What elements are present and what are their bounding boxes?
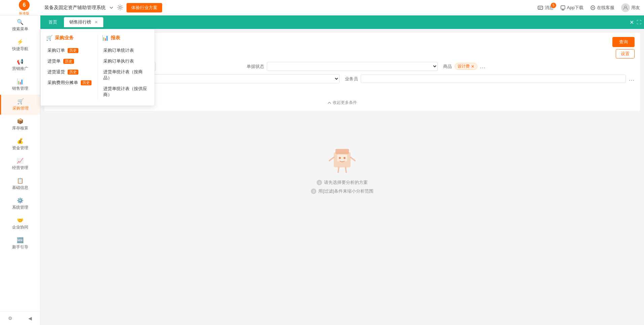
svg-point-16 [344, 157, 346, 159]
setup-button[interactable]: 设置 [616, 49, 635, 58]
collapse-up-icon [327, 101, 331, 105]
query-button[interactable]: 查询 [612, 37, 635, 47]
tab-sales-rank[interactable]: 销售排行榜 ✕ [64, 17, 103, 27]
dropdown-arrow-icon[interactable] [108, 5, 114, 11]
online-service-btn[interactable]: 在线客服 [590, 5, 614, 11]
inventory-icon: 📦 [17, 118, 24, 124]
tab-maximize-icon[interactable]: ⛶ [637, 19, 641, 25]
dropdown-col-purchase: 🛒 采购业务 采购订单 历史 进货单 历史 进货退货 历史 采购费用分摊单 历史 [46, 35, 94, 100]
online-service-label: 在线客服 [597, 5, 614, 11]
sidebar-item-inventory[interactable]: 📦 库存核算 [0, 115, 40, 134]
sidebar-collapse-btn[interactable]: ◀ [28, 316, 32, 321]
sidebar-bottom: ⚙ ◀ [0, 311, 40, 325]
empty-state: ① 请先选择要分析的方案 ② 用[过滤]条件来缩小分析范围 [44, 114, 640, 221]
tab-close-all-icon[interactable]: ✕ [630, 19, 634, 26]
svg-point-0 [119, 6, 121, 8]
sidebar: 🔍 搜索菜单 ⚡ 快捷导航 📢 营销推广 📊 销售管理 🛒 采购管理 📦 库存核… [0, 15, 40, 325]
salesman-label: 业务员 [345, 76, 358, 82]
dropdown-col-report: 📊 报表 采购订单统计表 采购订单执行表 进货单统计表（按商品） 进货单统计表（… [102, 35, 149, 100]
dropdown-item-goods-receipt[interactable]: 进货单 历史 [46, 56, 94, 67]
dropdown-item-report-order-stat[interactable]: 采购订单统计表 [102, 45, 149, 56]
operations-icon: 📈 [17, 158, 24, 164]
logo-icon: 6 [19, 0, 30, 10]
tab-close-icon[interactable]: ✕ [95, 20, 98, 25]
logo-area: 6 标准版 [4, 0, 44, 16]
goods-tag: 设计费 ✕ [455, 63, 477, 70]
goods-label: 商品 [443, 64, 452, 70]
salesman-more-icon[interactable]: … [629, 75, 635, 82]
history-badge-1: 历史 [63, 59, 74, 64]
goods-more-icon[interactable]: … [479, 63, 486, 70]
order-status-select[interactable] [267, 62, 438, 71]
settings-icon[interactable] [117, 4, 124, 11]
dropdown-item-purchase-order[interactable]: 采购订单 历史 [46, 45, 94, 56]
salesman-input[interactable] [361, 75, 626, 83]
finance-icon: 💰 [17, 138, 24, 144]
svg-rect-14 [337, 155, 347, 161]
history-badge-3: 历史 [81, 80, 92, 85]
query-actions: 查询 设置 [612, 37, 635, 58]
dropdown-col-purchase-title: 🛒 采购业务 [46, 35, 94, 41]
hint-bullet-2: ② [311, 189, 316, 194]
app-download-btn[interactable]: App下载 [560, 5, 583, 11]
tab-home[interactable]: 首页 [43, 17, 63, 27]
svg-line-20 [346, 167, 346, 172]
goods-tag-close-icon[interactable]: ✕ [471, 64, 474, 69]
svg-point-5 [593, 7, 594, 8]
order-status-label: 单据状态 [247, 64, 264, 70]
newbie-icon: 🆕 [17, 237, 24, 243]
dropdown-right-icon: 📊 [102, 35, 109, 41]
sidebar-item-newbie[interactable]: 🆕 新手引导 [0, 234, 40, 253]
svg-rect-2 [561, 6, 565, 9]
app-download-label: App下载 [567, 5, 583, 11]
sidebar-item-basic-info[interactable]: 📋 基础信息 [0, 174, 40, 194]
sidebar-item-operations[interactable]: 📈 经营管理 [0, 154, 40, 174]
purchase-dropdown-menu: 🛒 采购业务 采购订单 历史 进货单 历史 进货退货 历史 采购费用分摊单 历史 [40, 29, 155, 106]
app-title-area: 装备及固定资产辅助管理系统 体验行业方案 [44, 3, 537, 12]
sales-icon: 📊 [17, 78, 24, 85]
sidebar-item-sales[interactable]: 📊 销售管理 [0, 75, 40, 95]
top-bar: 6 标准版 装备及固定资产辅助管理系统 体验行业方案 消息 5 App下载 在线… [0, 0, 644, 15]
enterprise-icon: 🤝 [17, 217, 24, 224]
dropdown-item-purchase-fee[interactable]: 采购费用分摊单 历史 [46, 77, 94, 88]
sidebar-item-purchase[interactable]: 🛒 采购管理 [0, 95, 40, 115]
svg-line-17 [329, 157, 334, 161]
sidebar-item-quicknav[interactable]: ⚡ 快捷导航 [0, 35, 40, 55]
sidebar-item-marketing[interactable]: 📢 营销推广 [0, 55, 40, 75]
message-badge: 5 [551, 3, 556, 8]
empty-illustration [325, 140, 359, 174]
svg-rect-13 [335, 149, 349, 154]
top-right: 消息 5 App下载 在线客服 用友 [537, 3, 640, 12]
quicknav-icon: ⚡ [17, 39, 24, 45]
dropdown-separator [98, 35, 98, 100]
logo-subtitle: 标准版 [19, 11, 29, 16]
svg-point-15 [339, 157, 341, 159]
basic-info-icon: 📋 [17, 177, 24, 184]
empty-hint-2: ② 用[过滤]条件来缩小分析范围 [311, 188, 373, 194]
dropdown-item-report-goods-by-supplier[interactable]: 进货单统计表（按供应商） [102, 83, 149, 100]
svg-point-4 [592, 7, 593, 8]
svg-line-18 [351, 157, 355, 161]
filter-goods: 商品 设计费 ✕ … [443, 63, 635, 70]
dropdown-item-report-order-exec[interactable]: 采购订单执行表 [102, 56, 149, 67]
marketing-icon: 📢 [17, 58, 24, 65]
message-btn[interactable]: 消息 5 [537, 5, 553, 11]
sidebar-settings-btn[interactable]: ⚙ [8, 316, 12, 321]
dropdown-left-icon: 🛒 [46, 35, 53, 41]
industry-btn[interactable]: 体验行业方案 [127, 3, 162, 12]
dropdown-item-goods-return[interactable]: 进货退货 历史 [46, 67, 94, 77]
dropdown-item-report-goods-by-product[interactable]: 进货单统计表（按商品） [102, 67, 149, 83]
sidebar-item-system[interactable]: ⚙️ 系统管理 [0, 194, 40, 214]
sidebar-item-enterprise[interactable]: 🤝 企业协同 [0, 214, 40, 234]
history-badge-2: 历史 [68, 70, 78, 75]
dropdown-columns: 🛒 采购业务 采购订单 历史 进货单 历史 进货退货 历史 采购费用分摊单 历史 [46, 35, 149, 100]
app-title: 装备及固定资产辅助管理系统 [44, 5, 106, 11]
sidebar-item-search[interactable]: 🔍 搜索菜单 [0, 15, 40, 35]
tab-bar-actions: ✕ ⛶ [630, 19, 641, 26]
user-menu-btn[interactable]: 用友 [621, 3, 640, 12]
tab-bar: 首页 销售排行榜 ✕ ✕ ⛶ [40, 15, 644, 29]
purchase-icon: 🛒 [17, 98, 24, 105]
sidebar-item-finance[interactable]: 💰 资金管理 [0, 134, 40, 154]
goods-input-area: 设计费 ✕ … [455, 63, 635, 70]
user-label: 用友 [631, 5, 640, 11]
